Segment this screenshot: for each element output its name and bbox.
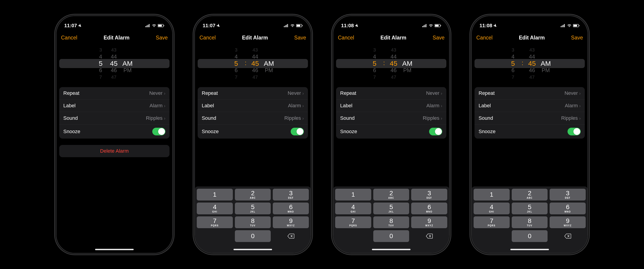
time-picker[interactable]: 234 5 678 : 424344 45 464748 AM PM: [336, 45, 446, 81]
save-button[interactable]: Save: [433, 35, 444, 41]
keypad-2[interactable]: 2ABC: [235, 189, 271, 201]
keypad-backspace[interactable]: [411, 230, 447, 242]
clock-text: 11:07: [64, 23, 77, 28]
sound-row[interactable]: Sound Ripples ›: [59, 112, 170, 124]
snooze-toggle[interactable]: [568, 128, 581, 135]
keypad-6[interactable]: 6MNO: [411, 203, 447, 214]
status-indicators: [561, 23, 580, 28]
home-indicator[interactable]: [372, 249, 410, 250]
sound-row[interactable]: SoundRipples›: [336, 112, 446, 124]
keypad-8[interactable]: 8TUV: [373, 216, 409, 228]
backspace-icon: [426, 234, 433, 239]
label-row[interactable]: Label Alarm›: [198, 99, 308, 112]
cancel-button[interactable]: Cancel: [200, 35, 216, 41]
repeat-row[interactable]: RepeatNever›: [474, 87, 585, 99]
keypad-0[interactable]: 0: [235, 230, 271, 242]
keypad-5[interactable]: 5JKL: [235, 203, 271, 214]
wifi-icon: [429, 23, 433, 28]
keypad-3[interactable]: 3DEF: [411, 189, 447, 201]
repeat-row[interactable]: RepeatNever›: [336, 87, 446, 99]
keypad-6[interactable]: 6MNO: [273, 203, 309, 214]
repeat-label: Repeat: [63, 90, 80, 96]
time-picker[interactable]: 234 5 678 : 424344 45 464748 AM PM: [474, 45, 585, 81]
keypad-1[interactable]: 1: [197, 189, 233, 201]
keypad-7[interactable]: 7PQRS: [474, 216, 510, 228]
minute-column[interactable]: 424344 45 464748: [527, 45, 536, 81]
label-row[interactable]: LabelAlarm›: [474, 99, 585, 112]
hour-column[interactable]: 234 5 678: [508, 45, 518, 81]
keypad-7[interactable]: 7PQRS: [335, 216, 371, 228]
keypad-1[interactable]: 1: [474, 189, 510, 201]
keypad-0[interactable]: 0: [373, 230, 409, 242]
hour-column[interactable]: 2 3 4 5 6 7 8: [96, 45, 105, 81]
keypad-3[interactable]: 3DEF: [550, 189, 586, 201]
svg-rect-27: [579, 25, 580, 26]
delete-group: Delete Alarm: [59, 145, 170, 157]
keypad-6[interactable]: 6MNO: [550, 203, 586, 214]
svg-rect-13: [302, 25, 303, 26]
status-time: 11:07 ➤: [203, 23, 220, 28]
keypad-2[interactable]: 2ABC: [373, 189, 409, 201]
cancel-button[interactable]: Cancel: [61, 35, 78, 41]
label-row[interactable]: LabelAlarm›: [336, 99, 446, 112]
keypad-5[interactable]: 5JKL: [512, 203, 548, 214]
keypad-8[interactable]: 8TUV: [512, 216, 548, 228]
hour-column[interactable]: 2 3 4 5 6 7 8: [232, 45, 241, 81]
sound-row[interactable]: Sound Ripples›: [198, 112, 308, 124]
hour-column[interactable]: 234 5 678: [370, 45, 379, 81]
keypad-2[interactable]: 2ABC: [512, 189, 548, 201]
keypad-4[interactable]: 4GHI: [474, 203, 510, 214]
cancel-button[interactable]: Cancel: [338, 35, 354, 41]
time-picker[interactable]: 2 3 4 5 6 7 8 42 43 44 45 46 47: [59, 45, 170, 81]
minute-column[interactable]: 424344 45 464748: [389, 45, 398, 81]
save-button[interactable]: Save: [294, 35, 306, 41]
snooze-label: Snooze: [63, 129, 80, 134]
stage: 11:07 ➤ Cancel Edit Alarm: [0, 0, 644, 269]
repeat-row[interactable]: Repeat Never›: [198, 87, 308, 99]
phone-3: 11:08 ➤ Cancel Edit Alarm Save 234: [333, 16, 449, 253]
home-indicator[interactable]: [510, 249, 549, 250]
home-indicator[interactable]: [95, 249, 134, 250]
keypad-9[interactable]: 9WXYZ: [411, 216, 447, 228]
keypad-8[interactable]: 8TUV: [235, 216, 271, 228]
sound-row[interactable]: SoundRipples›: [474, 112, 585, 124]
keypad-4[interactable]: 4GHI: [197, 203, 233, 214]
clock-text: 11:08: [480, 23, 492, 28]
cellular-icon: [146, 23, 150, 28]
snooze-toggle[interactable]: [152, 128, 166, 135]
keypad-1[interactable]: 1: [335, 189, 371, 201]
status-time: 11:08 ➤: [480, 23, 497, 28]
time-picker[interactable]: 2 3 4 5 6 7 8 : 42 43 44 45 46: [198, 45, 308, 81]
save-button[interactable]: Save: [156, 35, 168, 41]
period-column[interactable]: AM PM: [264, 60, 274, 74]
keypad-7[interactable]: 7PQRS: [197, 216, 233, 228]
period-column[interactable]: AM PM: [402, 60, 412, 74]
keypad-backspace[interactable]: [273, 230, 309, 242]
time-colon: :: [245, 59, 247, 67]
snooze-toggle[interactable]: [429, 128, 442, 135]
keypad-5[interactable]: 5JKL: [373, 203, 409, 214]
status-time: 11:08 ➤: [341, 23, 358, 28]
period-column[interactable]: AM PM: [122, 60, 133, 74]
minute-column[interactable]: 42 43 44 45 46 47 48: [250, 45, 260, 81]
period-column[interactable]: AM PM: [540, 60, 551, 74]
chevron-right-icon: ›: [164, 116, 166, 121]
minute-column[interactable]: 42 43 44 45 46 47 48: [110, 45, 118, 81]
page-title: Edit Alarm: [104, 35, 130, 41]
cancel-button[interactable]: Cancel: [476, 35, 493, 41]
repeat-row[interactable]: Repeat Never ›: [59, 87, 170, 99]
keypad-4[interactable]: 4GHI: [335, 203, 371, 214]
keypad-3[interactable]: 3DEF: [273, 189, 309, 201]
keypad-0[interactable]: 0: [512, 230, 548, 242]
keypad-backspace[interactable]: [550, 230, 586, 242]
snooze-row: Snooze: [59, 124, 170, 139]
snooze-toggle[interactable]: [291, 128, 304, 135]
save-button[interactable]: Save: [571, 35, 583, 41]
delete-alarm-button[interactable]: Delete Alarm: [59, 145, 170, 157]
status-indicators: [146, 23, 164, 28]
keypad-9[interactable]: 9WXYZ: [273, 216, 309, 228]
svg-rect-22: [562, 25, 562, 27]
home-indicator[interactable]: [234, 249, 272, 250]
label-row[interactable]: Label Alarm ›: [59, 99, 170, 112]
keypad-9[interactable]: 9WXYZ: [550, 216, 586, 228]
